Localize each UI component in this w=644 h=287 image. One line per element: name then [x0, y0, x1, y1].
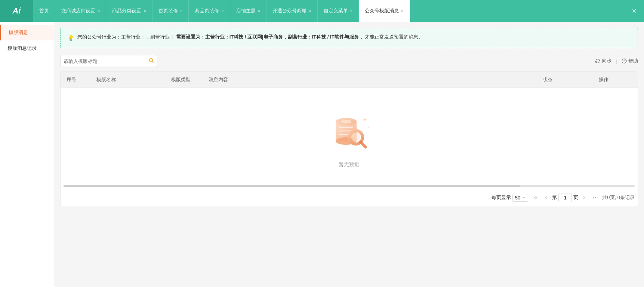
chevron-down-icon	[522, 196, 526, 199]
svg-text:✦: ✦	[363, 117, 367, 123]
sidebar-item-template-msg-records[interactable]: 模版消息记录	[0, 40, 54, 56]
nav-tab-shop-theme-label: 店铺主题	[236, 7, 256, 14]
nav-tab-template-msg[interactable]: 公众号模版消息 ×	[359, 0, 410, 22]
nav-tab-home-label: 首页	[39, 7, 49, 14]
empty-text: 暂无数据	[339, 161, 360, 168]
table-body: ✦ ✦ 暂无数据	[61, 88, 638, 183]
toolbar: 同步 | 帮助	[60, 55, 638, 67]
svg-line-1	[152, 61, 153, 62]
nav-tab-product-decoration[interactable]: 商品页装修 ×	[189, 0, 230, 22]
top-navigation: Ai 首页 微商城店铺设置 × 商品分类设置 × 首页装修 × 商品页装修 × …	[0, 0, 644, 22]
search-input[interactable]	[64, 58, 148, 64]
nav-tab-template-msg-label: 公众号模版消息	[365, 7, 399, 14]
svg-point-0	[150, 59, 153, 62]
col-header-status: 状态	[537, 72, 593, 88]
last-page-button[interactable]	[590, 193, 599, 202]
close-icon[interactable]: ×	[221, 9, 224, 13]
nav-tab-home[interactable]: 首页	[33, 0, 55, 22]
empty-state: ✦ ✦ 暂无数据	[61, 88, 638, 183]
sync-button[interactable]: 同步	[595, 58, 611, 64]
nav-tab-open-mall[interactable]: 开通公众号商城 ×	[266, 0, 317, 22]
nav-tab-open-mall-label: 开通公众号商城	[272, 7, 306, 14]
nav-tab-custom-menu-label: 自定义菜单	[324, 7, 348, 14]
col-header-name: 模版名称	[90, 72, 165, 88]
nav-tab-shop-settings-label: 微商城店铺设置	[61, 7, 95, 14]
prev-page-button[interactable]	[542, 193, 551, 202]
sidebar-item-template-msg[interactable]: 模版消息	[0, 25, 54, 40]
col-header-content: 消息内容	[203, 72, 537, 88]
close-icon[interactable]: ×	[98, 9, 100, 13]
nav-tabs-container: 首页 微商城店铺设置 × 商品分类设置 × 首页装修 × 商品页装修 × 店铺主…	[33, 0, 624, 22]
page-navigation: 第 页	[531, 193, 599, 202]
close-icon[interactable]: ×	[309, 9, 311, 13]
nav-tab-category-settings-label: 商品分类设置	[112, 7, 141, 14]
nav-tab-product-decoration-label: 商品页装修	[195, 7, 219, 14]
svg-line-13	[360, 142, 366, 147]
svg-text:✦: ✦	[367, 126, 370, 129]
app-logo: Ai	[0, 0, 33, 22]
nav-tab-shop-theme[interactable]: 店铺主题 ×	[230, 0, 266, 22]
svg-point-12	[351, 133, 360, 142]
col-header-action: 操作	[593, 72, 638, 88]
nav-tab-shop-settings[interactable]: 微商城店铺设置 ×	[55, 0, 106, 22]
page-size-selector: 每页显示 50	[492, 194, 528, 202]
notice-text: 您的公众号行业为：主营行业：，副营行业： 需要设置为：主营行业：IT科技 / 互…	[77, 33, 423, 41]
table-header: 序号 模版名称 模版类型 消息内容 状态 操作	[61, 72, 638, 88]
close-icon[interactable]: ×	[144, 9, 146, 13]
col-header-seq: 序号	[61, 72, 90, 88]
page-number-input[interactable]	[558, 193, 572, 202]
notice-banner: 💡 您的公众号行业为：主营行业：，副营行业： 需要设置为：主营行业：IT科技 /…	[60, 28, 638, 48]
main-layout: 模版消息 模版消息记录 💡 您的公众号行业为：主营行业：，副营行业： 需要设置为…	[0, 22, 644, 287]
toolbar-right: 同步 | 帮助	[595, 58, 638, 64]
close-icon[interactable]: ×	[180, 9, 182, 13]
sidebar: 模版消息 模版消息记录	[0, 22, 54, 287]
help-button[interactable]: 帮助	[622, 58, 638, 64]
next-page-button[interactable]	[580, 193, 589, 202]
close-icon[interactable]: ×	[258, 9, 260, 13]
nav-tab-home-decoration-label: 首页装修	[158, 7, 178, 14]
data-table-container: 序号 模版名称 模版类型 消息内容 状态 操作	[60, 71, 638, 207]
content-area: 💡 您的公众号行业为：主营行业：，副营行业： 需要设置为：主营行业：IT科技 /…	[54, 22, 644, 287]
close-all-button[interactable]: ✕	[624, 7, 644, 15]
page-size-dropdown[interactable]: 50	[512, 194, 528, 202]
col-header-type: 模版类型	[165, 72, 203, 88]
toolbar-divider: |	[616, 58, 617, 64]
pagination: 每页显示 50	[61, 189, 638, 207]
nav-tab-home-decoration[interactable]: 首页装修 ×	[152, 0, 189, 22]
first-page-button[interactable]	[531, 193, 540, 202]
close-icon[interactable]: ×	[401, 9, 403, 13]
nav-tab-category-settings[interactable]: 商品分类设置 ×	[106, 0, 152, 22]
table-empty-row: ✦ ✦ 暂无数据	[61, 88, 638, 183]
search-area	[60, 55, 157, 67]
empty-illustration: ✦ ✦	[327, 110, 372, 155]
bulb-icon: 💡	[67, 34, 74, 43]
close-icon[interactable]: ×	[350, 9, 352, 13]
page-summary: 共0页, 0条记录	[602, 194, 635, 201]
data-table: 序号 模版名称 模版类型 消息内容 状态 操作	[61, 72, 638, 183]
svg-point-7	[341, 120, 351, 123]
horizontal-scrollbar[interactable]	[64, 185, 635, 187]
search-button[interactable]	[148, 58, 154, 64]
nav-tab-custom-menu[interactable]: 自定义菜单 ×	[318, 0, 359, 22]
